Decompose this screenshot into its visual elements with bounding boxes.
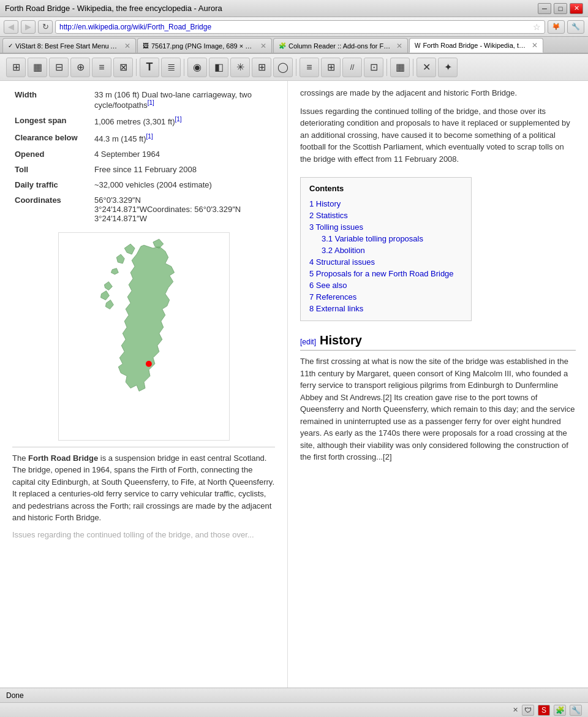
tool-btn-7[interactable]: T bbox=[140, 58, 159, 77]
tool-btn-19[interactable]: ✕ bbox=[417, 58, 436, 77]
contents-link-structural[interactable]: 4 Structural issues bbox=[309, 257, 375, 267]
info-table: Width 33 m (106 ft) Dual two-lane carria… bbox=[12, 87, 275, 226]
security-icon[interactable]: S bbox=[538, 705, 550, 716]
tab-icon-vistart: ✓ bbox=[8, 42, 13, 49]
list-item[interactable]: 2 Statistics bbox=[309, 210, 462, 221]
tab-vistart[interactable]: ✓ ViStart 8: Best Free Start Menu Altern… bbox=[2, 38, 136, 53]
list-item[interactable]: 8 External links bbox=[309, 303, 462, 314]
bottom-x-label: ✕ bbox=[513, 706, 518, 714]
toolbar-separator-1 bbox=[136, 59, 137, 76]
divider bbox=[12, 447, 275, 447]
tool-btn-14[interactable]: ≡ bbox=[300, 58, 319, 77]
tool-btn-2[interactable]: ▦ bbox=[28, 58, 47, 77]
table-row: Toll Free since 11 February 2008 bbox=[12, 162, 275, 177]
tool-btn-5[interactable]: ≡ bbox=[92, 58, 111, 77]
contents-link-statistics[interactable]: 2 Statistics bbox=[309, 211, 348, 220]
tab-columnreader[interactable]: 🧩 Column Reader :: Add-ons for Firefox ✕ bbox=[273, 38, 408, 53]
tool-btn-9[interactable]: ◉ bbox=[187, 58, 207, 77]
tab-icon-columnreader: 🧩 bbox=[279, 42, 286, 49]
tool-btn-17[interactable]: ⊡ bbox=[364, 58, 383, 77]
bookmark-star-icon[interactable]: ☆ bbox=[533, 22, 541, 32]
list-item[interactable]: 1 History bbox=[309, 198, 462, 210]
table-row: Longest span 1,006 metres (3,301 ft)[1] bbox=[12, 113, 275, 129]
tool-btn-3[interactable]: ⊟ bbox=[49, 58, 69, 77]
tool-btn-20[interactable]: ✦ bbox=[438, 58, 458, 77]
tool-btn-15[interactable]: ⊞ bbox=[321, 58, 341, 77]
close-button[interactable]: ✕ bbox=[570, 3, 583, 14]
table-row: Coordinates 56°0′3.329″N3°24′14.871″WCoo… bbox=[12, 192, 275, 226]
tool-btn-18[interactable]: ▦ bbox=[390, 58, 410, 77]
tool-btn-10[interactable]: ◧ bbox=[209, 58, 228, 77]
contents-link-external[interactable]: 8 External links bbox=[309, 304, 363, 313]
sup-clearance: [1] bbox=[146, 133, 153, 140]
tool-btn-11[interactable]: ✳ bbox=[230, 58, 250, 77]
list-item[interactable]: 7 References bbox=[309, 291, 462, 303]
toolbar-separator-5 bbox=[413, 59, 413, 76]
history-paragraph: The first crossing at what is now the si… bbox=[300, 355, 576, 463]
tab-forthbridge[interactable]: W Forth Road Bridge - Wikipedia, the fr.… bbox=[409, 38, 543, 53]
contents-link-references[interactable]: 7 References bbox=[309, 292, 356, 302]
list-item[interactable]: 3 Tolling issues bbox=[309, 221, 462, 233]
info-label-longest-span: Longest span bbox=[12, 113, 92, 129]
tab-icon-image: 🖼 bbox=[143, 42, 149, 49]
tab-close-vistart[interactable]: ✕ bbox=[124, 42, 130, 50]
tool-btn-1[interactable]: ⊞ bbox=[6, 58, 26, 77]
toolbar-separator-3 bbox=[296, 59, 296, 76]
firefox-extra-button[interactable]: 🔧 bbox=[567, 20, 584, 34]
contents-list: 1 History 2 Statistics 3 Tolling issues … bbox=[309, 198, 462, 314]
window-controls: ─ □ ✕ bbox=[538, 3, 583, 14]
contents-link-proposals[interactable]: 5 Proposals for a new Forth Road Bridge bbox=[309, 269, 454, 278]
table-row: Opened 4 September 1964 bbox=[12, 146, 275, 162]
contents-box: Contents 1 History 2 Statistics 3 Tollin… bbox=[300, 177, 472, 321]
toolbar: ⊞ ▦ ⊟ ⊕ ≡ ⊠ T ≣ ◉ ◧ ✳ ⊞ ◯ ≡ ⊞ // ⊡ ▦ ✕ ✦ bbox=[0, 54, 588, 81]
tab-image[interactable]: 🖼 75617.png (PNG Image, 689 × 525 pi... … bbox=[137, 38, 272, 53]
intro-fade-paragraph: Issues regarding the continued tolling o… bbox=[12, 529, 275, 541]
tab-icon-forthbridge: W bbox=[415, 42, 420, 49]
wrench-icon[interactable]: 🔧 bbox=[570, 705, 582, 716]
tool-btn-13[interactable]: ◯ bbox=[273, 58, 293, 77]
contents-link-variable[interactable]: 3.1 Variable tolling proposals bbox=[322, 234, 423, 243]
list-item[interactable]: 3.1 Variable tolling proposals bbox=[309, 233, 462, 245]
contents-link-tolling[interactable]: 3 Tolling issues bbox=[309, 222, 363, 232]
contents-link-history[interactable]: 1 History bbox=[309, 199, 341, 208]
tool-btn-6[interactable]: ⊠ bbox=[113, 58, 133, 77]
contents-link-seealso[interactable]: 6 See also bbox=[309, 281, 347, 290]
history-text: The first crossing at what is now the si… bbox=[300, 355, 576, 463]
info-value-opened: 4 September 1964 bbox=[92, 146, 275, 162]
info-label-traffic: Daily traffic bbox=[12, 177, 92, 192]
firefox-menu-button[interactable]: 🦊 bbox=[548, 20, 565, 34]
tool-btn-12[interactable]: ⊞ bbox=[252, 58, 271, 77]
tab-label-image: 75617.png (PNG Image, 689 × 525 pi... bbox=[151, 42, 255, 50]
tool-btn-4[interactable]: ⊕ bbox=[70, 58, 90, 77]
list-item[interactable]: 3.2 Abolition bbox=[309, 245, 462, 256]
back-button[interactable]: ◀ bbox=[4, 20, 18, 34]
addon-icon[interactable]: 🧩 bbox=[554, 705, 566, 716]
shield-icon[interactable]: 🛡 bbox=[522, 705, 534, 716]
article-intro-fade: Issues regarding the continued tolling o… bbox=[12, 529, 275, 541]
tab-close-columnreader[interactable]: ✕ bbox=[396, 42, 402, 50]
contents-link-abolition[interactable]: 3.2 Abolition bbox=[322, 246, 365, 255]
maximize-button[interactable]: □ bbox=[554, 3, 567, 14]
table-row: Daily traffic ~32,000 vehicles (2004 est… bbox=[12, 177, 275, 192]
tool-btn-16[interactable]: // bbox=[342, 58, 362, 77]
list-item[interactable]: 4 Structural issues bbox=[309, 256, 462, 268]
tab-label-forthbridge: Forth Road Bridge - Wikipedia, the fr... bbox=[423, 42, 527, 49]
list-item[interactable]: 6 See also bbox=[309, 279, 462, 291]
contents-title: Contents bbox=[309, 184, 462, 193]
info-label-toll: Toll bbox=[12, 162, 92, 177]
scotland-svg bbox=[59, 233, 229, 440]
info-value-width: 33 m (106 ft) Dual two-lane carriageway,… bbox=[92, 87, 275, 113]
info-label-clearance: Clearance below bbox=[12, 130, 92, 146]
tabs-bar: ✓ ViStart 8: Best Free Start Menu Altern… bbox=[0, 37, 588, 54]
tab-close-image[interactable]: ✕ bbox=[260, 42, 266, 50]
address-bar[interactable]: http://en.wikipedia.org/wiki/Forth_Road_… bbox=[55, 20, 545, 34]
minimize-button[interactable]: ─ bbox=[538, 3, 551, 14]
tool-btn-8[interactable]: ≣ bbox=[161, 58, 181, 77]
list-item[interactable]: 5 Proposals for a new Forth Road Bridge bbox=[309, 268, 462, 279]
tab-label-columnreader: Column Reader :: Add-ons for Firefox bbox=[288, 42, 391, 50]
history-edit-link[interactable]: [edit] bbox=[300, 338, 316, 346]
location-dot bbox=[145, 361, 151, 367]
forward-button[interactable]: ▶ bbox=[21, 20, 36, 34]
tab-close-forthbridge[interactable]: ✕ bbox=[532, 41, 538, 50]
reload-button[interactable]: ↻ bbox=[38, 20, 53, 34]
